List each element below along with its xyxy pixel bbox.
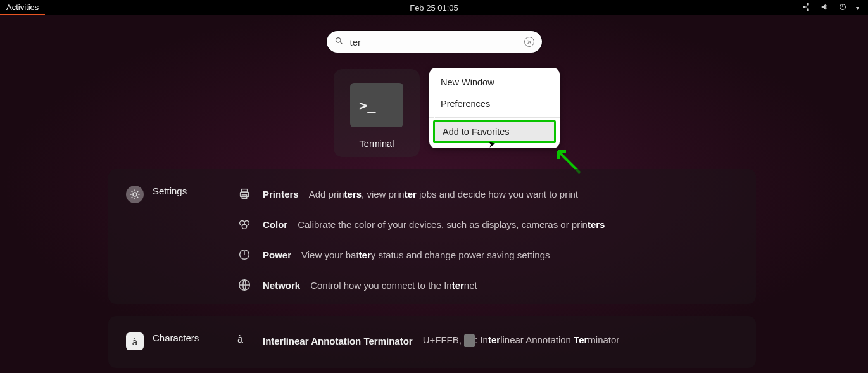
app-label: Terminal xyxy=(360,139,394,149)
svg-point-5 xyxy=(133,193,137,196)
terminal-icon: >_ xyxy=(350,83,403,127)
svg-rect-2 xyxy=(807,8,809,11)
settings-label: Settings xyxy=(153,186,187,196)
svg-rect-6 xyxy=(241,192,249,196)
settings-results-panel: Settings Printers Add printers, view pri… xyxy=(108,169,756,304)
characters-row[interactable]: à Interlinear Annotation Terminator U+FF… xyxy=(236,332,738,349)
color-icon xyxy=(236,216,253,232)
context-menu: New Window Preferences Add to Favorites xyxy=(429,68,560,148)
row-desc: View your battery status and change powe… xyxy=(301,250,550,260)
printer-icon xyxy=(236,186,253,202)
svg-point-4 xyxy=(336,37,341,42)
svg-rect-1 xyxy=(807,3,809,5)
row-desc: U+FFFB, : Interlinear Annotation Termina… xyxy=(423,334,620,347)
context-separator xyxy=(429,117,560,118)
row-title: Color xyxy=(263,219,287,230)
row-desc: Calibrate the color of your devices, suc… xyxy=(298,219,605,230)
settings-category[interactable]: Settings xyxy=(126,182,236,293)
volume-icon[interactable] xyxy=(821,3,829,13)
settings-row-network[interactable]: Network Control how you connect to the I… xyxy=(236,277,738,293)
row-desc: Control how you connect to the Internet xyxy=(310,280,477,291)
network-icon[interactable] xyxy=(803,3,812,13)
ctx-new-window[interactable]: New Window xyxy=(429,72,560,93)
search-icon xyxy=(334,36,344,48)
settings-row-power[interactable]: Power View your battery status and chang… xyxy=(236,246,738,263)
gear-icon xyxy=(126,186,144,203)
clock[interactable]: Feb 25 01:05 xyxy=(410,3,458,13)
cursor-icon: ➤ xyxy=(487,138,497,149)
app-result-terminal[interactable]: >_ Terminal xyxy=(334,69,420,157)
characters-label: Characters xyxy=(153,332,199,343)
settings-row-printers[interactable]: Printers Add printers, view printer jobs… xyxy=(236,186,738,202)
char-glyph-icon: à xyxy=(236,332,253,349)
characters-icon: à xyxy=(126,332,144,350)
svg-rect-0 xyxy=(803,6,806,8)
row-title: Power xyxy=(263,250,291,260)
characters-category[interactable]: à Characters xyxy=(126,329,236,350)
system-tray[interactable]: ▾ xyxy=(803,3,868,13)
row-title: Interlinear Annotation Terminator xyxy=(263,336,413,346)
clear-search-button[interactable]: ✕ xyxy=(524,37,534,47)
top-bar: Activities Feb 25 01:05 ▾ xyxy=(0,0,868,15)
settings-row-color[interactable]: Color Calibrate the color of your device… xyxy=(236,216,738,232)
power-setting-icon xyxy=(236,246,253,263)
row-title: Printers xyxy=(263,189,299,199)
svg-point-11 xyxy=(242,224,246,229)
globe-icon xyxy=(236,277,253,293)
row-title: Network xyxy=(263,280,300,291)
power-icon[interactable] xyxy=(838,3,847,13)
row-desc: Add printers, view printer jobs and deci… xyxy=(309,189,578,199)
ctx-preferences[interactable]: Preferences xyxy=(429,93,560,115)
activities-button[interactable]: Activities xyxy=(0,1,45,15)
search-input[interactable] xyxy=(350,37,524,47)
characters-results-panel: à Characters à Interlinear Annotation Te… xyxy=(108,316,756,368)
chevron-down-icon[interactable]: ▾ xyxy=(856,4,859,11)
svg-rect-7 xyxy=(241,189,247,193)
search-box[interactable]: ✕ xyxy=(327,31,542,53)
